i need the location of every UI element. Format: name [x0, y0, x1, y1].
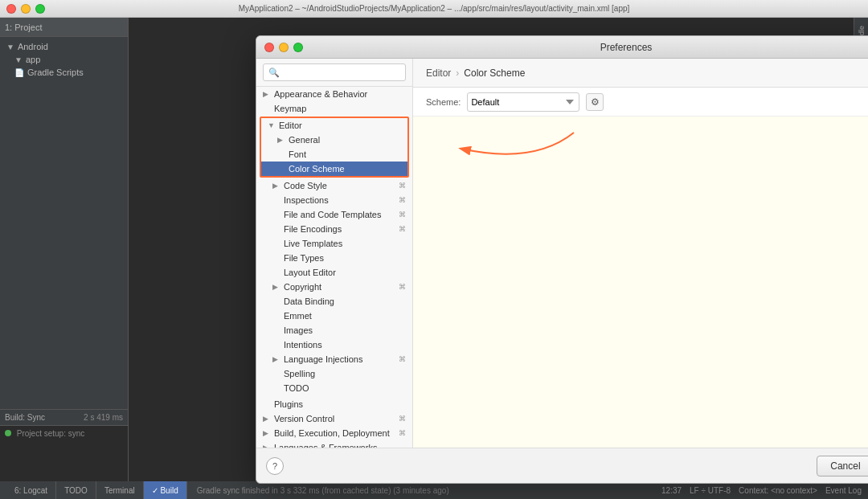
nav-item-spelling[interactable]: Spelling — [256, 366, 412, 381]
nav-item-live-templates[interactable]: Live Templates — [256, 236, 412, 251]
app-label: app — [26, 55, 40, 64]
shortcut-badge: ⌘ — [399, 283, 406, 291]
arrow-icon: ▶ — [272, 182, 282, 190]
project-tree-android[interactable]: ▼ Android — [0, 40, 128, 53]
nav-item-inspections[interactable]: Inspections ⌘ — [256, 193, 412, 207]
android-label: Android — [18, 42, 48, 51]
maximize-button[interactable] — [35, 4, 45, 14]
bottom-tab-logcat[interactable]: 6: Logcat — [6, 481, 56, 499]
nav-label: Layout Editor — [284, 268, 336, 277]
scheme-settings-button[interactable]: ⚙ — [586, 93, 604, 111]
arrow-icon: ▼ — [268, 121, 277, 129]
nav-item-version-control[interactable]: ▶ Version Control ⌘ — [256, 411, 412, 426]
nav-item-todo[interactable]: TODO — [256, 381, 412, 395]
nav-search-input[interactable] — [263, 63, 406, 81]
breadcrumb-header: Editor › Color Scheme — [413, 59, 868, 88]
nav-label: Language Injections — [284, 354, 362, 364]
arrow-icon: ▼ — [6, 43, 14, 51]
nav-label: Font — [289, 149, 306, 159]
build-status-text: Project setup: sync — [17, 429, 84, 438]
build-tab-label: ✓ Build — [152, 486, 178, 495]
nav-label: Spelling — [284, 369, 315, 378]
bottom-status-text: Gradle sync finished in 3 s 332 ms (from… — [197, 486, 449, 495]
cancel-button[interactable]: Cancel — [817, 456, 868, 477]
preferences-dialog: Preferences ▶ Appearance & Behavior — [256, 35, 868, 484]
minimize-button[interactable] — [21, 4, 31, 14]
nav-item-appearance[interactable]: ▶ Appearance & Behavior — [256, 87, 412, 101]
nav-label: File Encodings — [284, 224, 342, 234]
window-controls — [6, 4, 45, 14]
nav-item-copyright[interactable]: ▶ Copyright ⌘ — [256, 280, 412, 294]
project-tree-app[interactable]: ▼ app — [0, 53, 128, 66]
gradle-label: Gradle Scripts — [27, 67, 84, 77]
nav-item-images[interactable]: Images — [256, 323, 412, 337]
scheme-select[interactable]: Default Darcula High contrast IntelliJ L… — [467, 92, 579, 112]
bottom-time: 12:37 — [661, 486, 682, 495]
scheme-toolbar: Scheme: Default Darcula High contrast In… — [413, 88, 868, 117]
help-button[interactable]: ? — [266, 457, 284, 475]
dialog-close-button[interactable] — [264, 43, 274, 52]
window-title: MyApplication2 – ~/AndroidStudioProjects… — [239, 4, 630, 13]
dialog-min-button[interactable] — [279, 43, 289, 52]
bottom-tab-terminal[interactable]: Terminal — [96, 481, 144, 499]
nav-item-layout-editor[interactable]: Layout Editor — [256, 265, 412, 280]
nav-label: Languages & Frameworks — [274, 443, 377, 448]
arrow-icon: ▶ — [263, 90, 272, 98]
bottom-tabs: 6: Logcat TODO Terminal ✓ Build — [6, 481, 187, 499]
nav-label: Code Style — [284, 181, 327, 190]
nav-item-file-encodings[interactable]: File Encodings ⌘ — [256, 222, 412, 236]
help-icon: ? — [272, 461, 277, 471]
arrow-icon: ▶ — [272, 355, 282, 363]
shortcut-badge: ⌘ — [399, 415, 406, 423]
project-panel-title: 1: Project — [5, 22, 42, 32]
nav-item-languages-frameworks[interactable]: ▶ Languages & Frameworks — [256, 440, 412, 448]
nav-item-data-binding[interactable]: Data Binding — [256, 294, 412, 309]
project-tree-gradle[interactable]: 📄 Gradle Scripts — [0, 66, 128, 79]
dialog-controls — [264, 43, 303, 52]
todo-tab-label: TODO — [64, 486, 88, 495]
editor-section-highlight: ▼ Editor ▶ General Font — [260, 117, 409, 178]
dialog-body: ▶ Appearance & Behavior Keymap — [256, 59, 868, 448]
close-button[interactable] — [6, 4, 16, 14]
nav-label: Emmet — [284, 311, 312, 321]
nav-item-file-types[interactable]: File Types — [256, 251, 412, 265]
shortcut-badge: ⌘ — [399, 196, 406, 204]
bottom-tab-build[interactable]: ✓ Build — [144, 481, 187, 499]
nav-item-emmet[interactable]: Emmet — [256, 309, 412, 323]
nav-item-plugins[interactable]: Plugins — [256, 397, 412, 411]
breadcrumb-current: Color Scheme — [464, 67, 525, 79]
dialog-max-button[interactable] — [293, 43, 303, 52]
nav-label: Editor — [279, 121, 302, 130]
scheme-label: Scheme: — [426, 97, 461, 107]
nav-item-intentions[interactable]: Intentions — [256, 337, 412, 352]
event-log-label[interactable]: Event Log — [825, 486, 862, 495]
nav-item-code-style[interactable]: ▶ Code Style ⌘ — [256, 178, 412, 193]
nav-label: Live Templates — [284, 239, 342, 248]
nav-label: Appearance & Behavior — [274, 89, 367, 99]
arrow-icon: ▼ — [14, 55, 23, 64]
nav-item-color-scheme[interactable]: Color Scheme — [261, 162, 407, 176]
bottom-right-info: 12:37 LF ÷ UTF-8 Context: <no context> E… — [661, 486, 862, 495]
nav-item-editor[interactable]: ▼ Editor — [261, 118, 407, 133]
bottom-tab-todo[interactable]: TODO — [56, 481, 96, 499]
nav-item-general[interactable]: ▶ General — [261, 133, 407, 147]
nav-label: Version Control — [274, 414, 334, 423]
nav-label: Color Scheme — [289, 164, 345, 174]
shortcut-badge: ⌘ — [399, 355, 406, 363]
arrow-icon: ▶ — [277, 136, 287, 144]
build-panel-title: Build: Sync — [5, 413, 45, 422]
nav-item-build-exec[interactable]: ▶ Build, Execution, Deployment ⌘ — [256, 426, 412, 440]
nav-item-file-code-templates[interactable]: File and Code Templates ⌘ — [256, 207, 412, 222]
logcat-tab-label: 6: Logcat — [14, 486, 47, 495]
breadcrumb-parent: Editor — [426, 67, 451, 79]
nav-tree: ▶ Appearance & Behavior Keymap — [256, 87, 412, 448]
preferences-nav: ▶ Appearance & Behavior Keymap — [256, 59, 413, 448]
nav-item-keymap[interactable]: Keymap — [256, 101, 412, 116]
nav-label: Data Binding — [284, 297, 334, 306]
nav-item-language-injections[interactable]: ▶ Language Injections ⌘ — [256, 352, 412, 366]
dialog-titlebar: Preferences — [256, 36, 868, 59]
nav-item-font[interactable]: Font — [261, 147, 407, 162]
nav-label: Intentions — [284, 340, 322, 350]
window-titlebar: MyApplication2 – ~/AndroidStudioProjects… — [0, 0, 868, 18]
shortcut-badge: ⌘ — [399, 211, 406, 219]
